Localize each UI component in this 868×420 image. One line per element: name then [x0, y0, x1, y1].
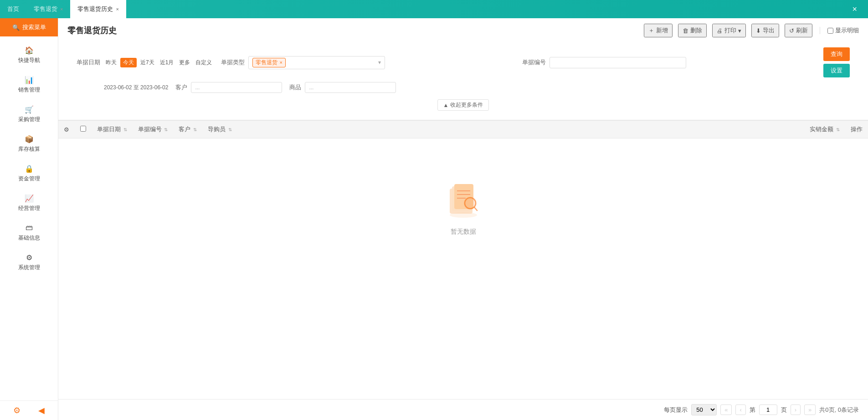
collapse-sidebar-icon[interactable]: ◀ — [38, 405, 45, 415]
voucher-type-tag: 零售退货 × — [252, 58, 285, 67]
th-customer-label: 客户 — [179, 126, 190, 133]
delete-button[interactable]: 🗑 删除 — [678, 24, 707, 37]
first-page-button[interactable]: « — [720, 405, 732, 415]
page-suffix: 页 — [781, 406, 787, 414]
home-icon: 🏠 — [25, 46, 34, 55]
th-no-label: 单据编号 — [138, 126, 162, 133]
sidebar-item-quick-nav[interactable]: 🏠 快捷导航 — [0, 40, 58, 70]
date-btn-7days[interactable]: 近7天 — [139, 58, 156, 67]
table-body: 暂无数据 — [58, 138, 868, 273]
voucher-no-filter-item: 单据编号 — [522, 57, 816, 68]
voucher-type-label: 单据类型 — [221, 58, 245, 67]
th-customer-sort-icon[interactable]: ⇅ — [193, 127, 197, 132]
voucher-type-tag-close[interactable]: × — [279, 60, 282, 65]
th-no: 单据编号 ⇅ — [133, 121, 174, 138]
print-button[interactable]: 🖨 打印 ▾ — [712, 24, 746, 37]
tab-retail-return-close[interactable]: × — [60, 6, 63, 12]
settings-col-icon[interactable]: ⚙ — [64, 126, 69, 133]
sidebar-item-operations[interactable]: 📈 经营管理 — [0, 188, 58, 218]
table-empty-cell: 暂无数据 — [58, 138, 868, 273]
new-button[interactable]: ＋ 新增 — [644, 24, 673, 37]
th-amount-label: 实销金额 — [810, 126, 833, 133]
sidebar-item-sales-label: 销售管理 — [18, 86, 40, 94]
customer-input[interactable]: ... — [191, 82, 282, 93]
pagination-bar: 每页显示 20 50 100 « ‹ 第 页 › » 共0页, 0条记录 — [58, 399, 868, 420]
sidebar-item-basic[interactable]: 🗃 基础信息 — [0, 218, 58, 247]
refresh-icon: ↺ — [789, 27, 794, 34]
show-detail-checkbox-wrap[interactable]: 显示明细 — [827, 26, 859, 35]
close-window-button[interactable]: × — [848, 3, 861, 16]
tab-retail-return-history[interactable]: 零售退货历史 × — [70, 0, 126, 18]
th-spacer — [237, 121, 805, 138]
sidebar-menu: 🏠 快捷导航 📊 销售管理 🛒 采购管理 📦 库存核算 🔒 资金管理 📈 — [0, 36, 58, 400]
th-guide-label: 导购员 — [208, 126, 226, 133]
goods-input[interactable]: ... — [305, 82, 396, 93]
export-label: 导出 — [763, 26, 775, 35]
query-actions: 查询 设置 — [823, 47, 850, 77]
voucher-type-select[interactable]: 零售退货 × ▾ — [248, 56, 385, 69]
operations-icon: 📈 — [25, 194, 34, 203]
next-page-button[interactable]: › — [791, 405, 801, 415]
divider — [820, 27, 820, 34]
filter-row-2: 2023-06-02 至 2023-06-02 客户 ... 商品 ... — [77, 82, 850, 93]
collapse-icon: ▲ — [443, 102, 449, 108]
empty-text: 暂无数据 — [451, 228, 476, 236]
date-btn-1month[interactable]: 近1月 — [158, 58, 176, 67]
collapse-button[interactable]: ▲ 收起更多条件 — [437, 99, 489, 111]
page-title: 零售退货历史 — [67, 25, 117, 36]
prev-page-button[interactable]: ‹ — [735, 405, 745, 415]
print-dropdown-icon: ▾ — [738, 27, 741, 34]
page-size-select[interactable]: 20 50 100 — [691, 404, 717, 415]
last-page-button[interactable]: » — [804, 405, 816, 415]
table-empty-row: 暂无数据 — [58, 138, 868, 273]
th-date-sort-icon[interactable]: ⇅ — [123, 127, 127, 132]
date-btn-today[interactable]: 今天 — [120, 58, 137, 67]
date-btn-custom[interactable]: 自定义 — [194, 58, 214, 67]
sidebar-item-quick-nav-label: 快捷导航 — [18, 56, 40, 64]
data-table: ⚙ 单据日期 ⇅ 单据编号 ⇅ — [58, 121, 868, 272]
new-label: 新增 — [656, 26, 668, 35]
sidebar-search-label: 搜索菜单 — [22, 23, 46, 31]
date-btn-yesterday[interactable]: 昨天 — [104, 58, 118, 67]
collapse-bar: ▲ 收起更多条件 — [77, 97, 850, 114]
date-filter-item: 单据日期 昨天 今天 近7天 近1月 更多 自定义 — [77, 58, 214, 67]
sidebar-item-sales[interactable]: 📊 销售管理 — [0, 70, 58, 99]
tab-retail-return-history-close[interactable]: × — [116, 6, 118, 12]
sidebar-item-purchase[interactable]: 🛒 采购管理 — [0, 99, 58, 129]
th-settings: ⚙ — [58, 121, 75, 138]
th-date-label: 单据日期 — [97, 126, 121, 133]
system-icon: ⚙ — [25, 253, 34, 262]
sidebar-item-system-label: 系统管理 — [18, 264, 40, 271]
query-button[interactable]: 查询 — [823, 47, 850, 61]
th-amount: 实销金额 ⇅ — [804, 121, 845, 138]
th-no-sort-icon[interactable]: ⇅ — [164, 127, 168, 132]
th-guide-sort-icon[interactable]: ⇅ — [228, 127, 232, 132]
th-amount-sort-icon[interactable]: ⇅ — [836, 127, 840, 132]
show-detail-label: 显示明细 — [835, 26, 859, 35]
svg-line-9 — [474, 207, 477, 210]
export-button[interactable]: ⬇ 导出 — [751, 24, 779, 37]
show-detail-checkbox[interactable] — [827, 28, 833, 34]
sidebar-item-inventory[interactable]: 📦 库存核算 — [0, 129, 58, 159]
sidebar-item-finance[interactable]: 🔒 资金管理 — [0, 159, 58, 188]
sidebar-search-button[interactable]: 🔍 搜索菜单 — [0, 18, 58, 36]
sidebar-bottom: ⚙ ◀ — [0, 400, 58, 420]
date-filter-label: 单据日期 — [77, 58, 100, 67]
settings-bottom-icon[interactable]: ⚙ — [13, 405, 21, 415]
page-number-input[interactable] — [759, 405, 777, 415]
select-all-checkbox[interactable] — [80, 126, 86, 132]
sidebar-item-system[interactable]: ⚙ 系统管理 — [0, 247, 58, 277]
th-date: 单据日期 ⇅ — [92, 121, 133, 138]
refresh-button[interactable]: ↺ 刷新 — [785, 24, 812, 37]
settings-filter-button[interactable]: 设置 — [823, 64, 850, 77]
date-btn-more[interactable]: 更多 — [177, 58, 192, 67]
layout: 🔍 搜索菜单 🏠 快捷导航 📊 销售管理 🛒 采购管理 📦 库存核算 🔒 — [0, 18, 868, 420]
total-info: 共0页, 0条记录 — [819, 406, 859, 414]
sidebar-item-inventory-label: 库存核算 — [18, 145, 40, 153]
refresh-label: 刷新 — [796, 26, 808, 35]
voucher-no-input[interactable] — [550, 57, 686, 68]
tab-home[interactable]: 首页 — [0, 0, 26, 18]
print-label: 打印 — [724, 26, 736, 35]
tab-retail-return-history-label: 零售退货历史 — [77, 5, 113, 13]
tab-retail-return[interactable]: 零售退货 × — [26, 0, 70, 18]
